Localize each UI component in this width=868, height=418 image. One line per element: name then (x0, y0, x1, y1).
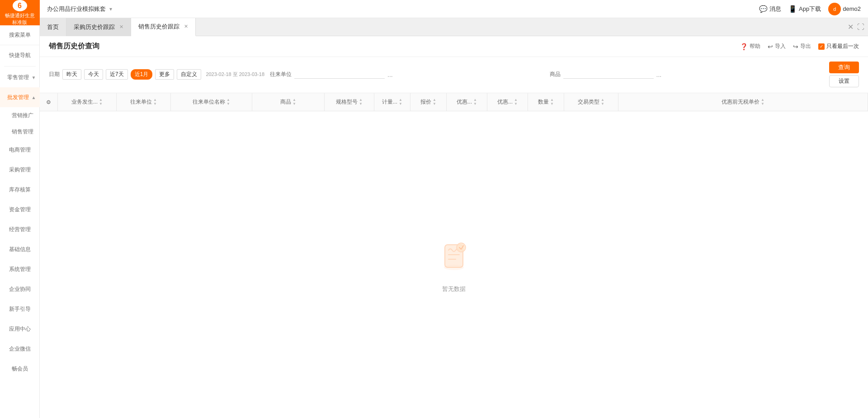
sidebar-item-system[interactable]: 系统管理 (0, 259, 40, 279)
sidebar-item-quicknav[interactable]: 快捷导航 (0, 45, 40, 65)
user-profile-button[interactable]: d demo2 (828, 3, 861, 15)
date-7days-btn[interactable]: 近7天 (106, 69, 128, 80)
app-download-label: App下载 (799, 5, 821, 13)
page-title: 销售历史价查询 (49, 42, 99, 51)
th-spec[interactable]: 规格型号 ▲▼ (325, 93, 374, 111)
sidebar-item-enterprise[interactable]: 企业协同 (0, 279, 40, 299)
only-last-checkbox-group: 只看最后一次 (818, 43, 859, 50)
from-unit-filter-group: 往来单位 ... (270, 70, 544, 79)
th-unit-code[interactable]: 往来单位 ▲▼ (117, 93, 171, 111)
tab-sales[interactable]: 销售历史价跟踪 ✕ (131, 18, 196, 36)
sidebar-item-membership[interactable]: 畅会员 (0, 359, 40, 379)
sidebar-item-finance[interactable]: 资金管理 (0, 200, 40, 219)
th-no-tax[interactable]: 优惠前无税单价 ▲▼ (618, 93, 868, 111)
sidebar-item-guide[interactable]: 新手引导 (0, 299, 40, 319)
import-label: 导入 (775, 43, 786, 50)
tabbar-actions: ✕ ⛶ (848, 23, 868, 31)
help-button[interactable]: ❓ 帮助 (740, 43, 760, 50)
th-discount2[interactable]: 优惠... ▲▼ (487, 93, 528, 111)
help-icon: ❓ (740, 43, 748, 50)
maximize-button[interactable]: ⛶ (857, 23, 864, 31)
import-button[interactable]: ↩ 导入 (768, 43, 786, 50)
th-gear[interactable]: ⚙ (40, 93, 58, 111)
tabbar: 首页 采购历史价跟踪 ✕ 销售历史价跟踪 ✕ ✕ ⛶ (40, 18, 868, 36)
sidebar-item-operations[interactable]: 经营管理 (0, 219, 40, 239)
sort-icons-unit-name: ▲▼ (226, 98, 230, 106)
sidebar-item-apps[interactable]: 应用中心 (0, 319, 40, 339)
th-type[interactable]: 交易类型 ▲▼ (564, 93, 618, 111)
topbar-left: 办公用品行业模拟账套 ▾ (47, 5, 112, 13)
only-last-label: 只看最后一次 (826, 43, 859, 50)
filter-row: 日期 昨天 今天 近7天 近1月 更多 自定义 2023-02-18 至 202… (49, 62, 859, 87)
tab-home-label: 首页 (47, 23, 59, 31)
tab-home[interactable]: 首页 (40, 18, 66, 36)
app-name: 畅捷通好生意 (5, 12, 35, 19)
sort-icons-discount1: ▲▼ (473, 98, 477, 106)
page-header: 销售历史价查询 ❓ 帮助 ↩ 导入 ↪ 导出 只看最后一次 (40, 36, 868, 57)
sidebar-item-wholesale[interactable]: 批发管理 ▲ (0, 87, 40, 107)
app-logo: 6 畅捷通好生意 标准版 (0, 0, 40, 25)
th-unit[interactable]: 计量... ▲▼ (374, 93, 410, 111)
tab-purchase-label: 采购历史价跟踪 (74, 23, 115, 31)
product-filter-label: 商品 (550, 71, 561, 78)
sidebar-item-inventory[interactable]: 库存核算 (0, 180, 40, 200)
empty-text: 暂无数据 (442, 285, 466, 293)
date-custom-btn[interactable]: 自定义 (177, 69, 201, 80)
sidebar-item-search[interactable]: 搜索菜单 (0, 25, 40, 45)
topbar-dropdown-icon[interactable]: ▾ (109, 6, 112, 12)
search-button[interactable]: 查询 (829, 62, 859, 73)
message-label: 消息 (769, 5, 781, 13)
sort-icons-qty: ▲▼ (550, 98, 554, 106)
date-more-btn[interactable]: 更多 (155, 69, 174, 80)
message-button[interactable]: 💬 消息 (759, 5, 781, 13)
from-unit-input[interactable] (294, 70, 385, 79)
date-today-btn[interactable]: 今天 (84, 69, 103, 80)
filter-bar: 日期 昨天 今天 近7天 近1月 更多 自定义 2023-02-18 至 202… (40, 57, 868, 93)
sidebar-item-ecommerce[interactable]: 电商管理 (0, 140, 40, 160)
sort-icons-price: ▲▼ (433, 98, 436, 106)
sort-icons-discount2: ▲▼ (514, 98, 518, 106)
app-download-button[interactable]: 📱 App下载 (788, 5, 821, 13)
th-price[interactable]: 报价 ▲▼ (410, 93, 447, 111)
from-unit-dots-button[interactable]: ... (387, 71, 393, 78)
sidebar-item-sales-mgmt[interactable]: 销售管理 (0, 124, 40, 140)
sidebar-item-purchase[interactable]: 采购管理 (0, 160, 40, 180)
sort-icons-product: ▲▼ (292, 98, 296, 106)
tab-purchase-close[interactable]: ✕ (119, 24, 123, 30)
sidebar-item-retail[interactable]: 零售管理 ▼ (0, 67, 40, 87)
page-content: 销售历史价查询 ❓ 帮助 ↩ 导入 ↪ 导出 只看最后一次 (40, 36, 868, 418)
search-label: 搜索菜单 (9, 31, 31, 39)
th-product[interactable]: 商品 ▲▼ (252, 93, 325, 111)
sidebar-item-wechat[interactable]: 企业微信 (0, 339, 40, 359)
product-filter-group: 商品 ... (550, 70, 824, 79)
close-window-button[interactable]: ✕ (848, 23, 854, 31)
th-unit-name[interactable]: 往来单位名称 ▲▼ (171, 93, 252, 111)
th-qty[interactable]: 数量 ▲▼ (528, 93, 564, 111)
empty-icon (436, 237, 472, 280)
tab-sales-close[interactable]: ✕ (184, 24, 188, 29)
export-label: 导出 (800, 43, 811, 50)
chevron-down-icon: ▼ (32, 75, 36, 80)
sidebar-item-marketing[interactable]: 营销推广 (0, 107, 40, 124)
wholesale-submenu: 营销推广 销售管理 (0, 107, 40, 140)
app-subtitle: 标准版 (12, 19, 27, 25)
product-dots-button[interactable]: ... (656, 71, 662, 78)
filter-action-buttons: 查询 设置 (829, 62, 859, 87)
th-date[interactable]: 业务发生... ▲▼ (58, 93, 117, 111)
tab-purchase[interactable]: 采购历史价跟踪 ✕ (66, 18, 131, 36)
sidebar-item-basic[interactable]: 基础信息 (0, 239, 40, 259)
th-discount1[interactable]: 优惠... ▲▼ (447, 93, 487, 111)
divider (4, 66, 36, 66)
date-1month-btn[interactable]: 近1月 (131, 69, 153, 80)
sidebar: 6 畅捷通好生意 标准版 搜索菜单 快捷导航 零售管理 ▼ 批发管理 ▲ 营销推… (0, 0, 40, 418)
setting-button[interactable]: 设置 (829, 75, 859, 87)
sort-icons-unit: ▲▼ (399, 98, 402, 106)
sort-icons-spec: ▲▼ (359, 98, 363, 106)
table-container: ⚙ 业务发生... ▲▼ 往来单位 ▲▼ 往来单位名称 ▲▼ 商品 ▲▼ (40, 93, 868, 418)
export-button[interactable]: ↪ 导出 (793, 43, 811, 50)
only-last-checkbox[interactable] (818, 43, 825, 50)
product-input[interactable] (563, 70, 654, 79)
topbar-right: 💬 消息 📱 App下载 d demo2 (759, 3, 861, 15)
date-yesterday-btn[interactable]: 昨天 (62, 69, 81, 80)
export-icon: ↪ (793, 43, 798, 50)
